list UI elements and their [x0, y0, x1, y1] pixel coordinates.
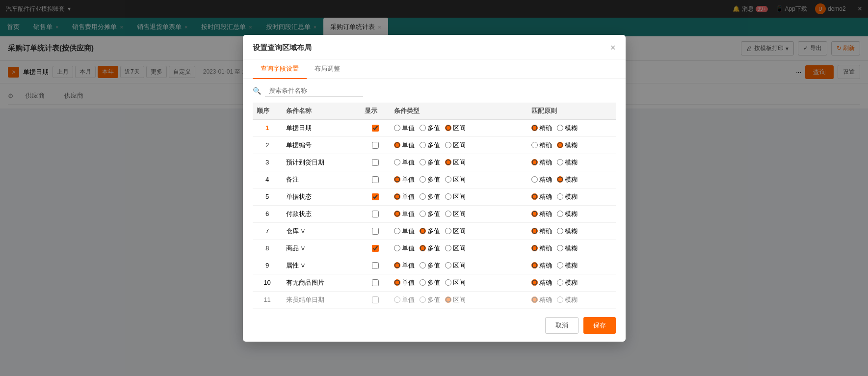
match-radio-exact-4[interactable]: 精确 [531, 175, 552, 184]
type-radio-multi-8[interactable]: 多值 [420, 244, 440, 253]
row-match-7: 精确 模糊 [527, 227, 626, 236]
match-radio-exact-9[interactable]: 精确 [531, 261, 552, 270]
match-radio-fuzzy-4[interactable]: 模糊 [557, 175, 578, 184]
type-radio-single-4[interactable]: 单值 [394, 175, 415, 184]
display-checkbox-11[interactable] [372, 296, 379, 303]
row-match-11: 精确 模糊 [527, 295, 626, 304]
display-checkbox-5[interactable] [372, 193, 379, 200]
match-radio-exact-11[interactable]: 精确 [531, 295, 552, 304]
display-checkbox-4[interactable] [372, 176, 379, 183]
match-radio-exact-2[interactable]: 精确 [531, 141, 552, 150]
type-radio-multi-7[interactable]: 多值 [420, 227, 440, 236]
type-radio-multi-9[interactable]: 多值 [420, 261, 440, 270]
row-type-6: 单值 多值 区间 [390, 210, 527, 218]
row-match-3: 精确 模糊 [527, 158, 626, 167]
type-radio-multi-3[interactable]: 多值 [420, 158, 440, 167]
dialog-close-button[interactable]: × [610, 43, 616, 53]
row-name-7: 仓库 ∨ [282, 227, 361, 236]
type-radio-single-11[interactable]: 单值 [394, 295, 415, 304]
save-button[interactable]: 保存 [583, 317, 616, 334]
row-display-3[interactable] [361, 159, 390, 166]
row-display-6[interactable] [361, 211, 390, 217]
type-radio-multi-2[interactable]: 多值 [420, 141, 440, 150]
type-radio-range-4[interactable]: 区间 [445, 175, 466, 184]
row-display-4[interactable] [361, 176, 390, 183]
match-radio-fuzzy-8[interactable]: 模糊 [557, 244, 578, 253]
display-checkbox-3[interactable] [372, 159, 379, 166]
row-type-4: 单值 多值 区间 [390, 175, 527, 184]
match-radio-exact-8[interactable]: 精确 [531, 244, 552, 253]
type-radio-range-1[interactable]: 区间 [445, 124, 466, 133]
type-radio-single-2[interactable]: 单值 [394, 141, 415, 150]
match-radio-fuzzy-3[interactable]: 模糊 [557, 158, 578, 167]
type-radio-single-1[interactable]: 单值 [394, 124, 415, 133]
type-radio-multi-5[interactable]: 多值 [420, 192, 440, 201]
type-radio-range-5[interactable]: 区间 [445, 192, 466, 201]
row-match-1: 精确 模糊 [527, 124, 626, 133]
row-num-9: 9 [253, 262, 282, 269]
type-radio-range-9[interactable]: 区间 [445, 261, 466, 270]
row-match-4: 精确 模糊 [527, 175, 626, 184]
display-checkbox-2[interactable] [372, 142, 379, 149]
row-type-8: 单值 多值 区间 [390, 244, 527, 253]
type-radio-range-8[interactable]: 区间 [445, 244, 466, 253]
row-display-1[interactable] [361, 125, 390, 132]
type-radio-multi-4[interactable]: 多值 [420, 175, 440, 184]
match-radio-fuzzy-6[interactable]: 模糊 [557, 210, 578, 218]
row-display-10[interactable] [361, 279, 390, 286]
display-checkbox-9[interactable] [372, 262, 379, 269]
type-radio-range-2[interactable]: 区间 [445, 141, 466, 150]
row-display-9[interactable] [361, 262, 390, 269]
type-radio-single-10[interactable]: 单值 [394, 278, 415, 287]
match-radio-exact-1[interactable]: 精确 [531, 124, 552, 133]
type-radio-multi-10[interactable]: 多值 [420, 278, 440, 287]
type-radio-single-7[interactable]: 单值 [394, 227, 415, 236]
dialog: 设置查询区域布局 × 查询字段设置 布局调整 🔍 顺序 条件名称 显示 [243, 35, 626, 342]
row-display-7[interactable] [361, 228, 390, 235]
display-checkbox-8[interactable] [372, 245, 379, 252]
match-radio-fuzzy-10[interactable]: 模糊 [557, 278, 578, 287]
type-radio-single-5[interactable]: 单值 [394, 192, 415, 201]
match-radio-exact-3[interactable]: 精确 [531, 158, 552, 167]
match-radio-fuzzy-2[interactable]: 模糊 [557, 141, 578, 150]
type-radio-range-11[interactable]: 区间 [445, 295, 466, 304]
row-type-2: 单值 多值 区间 [390, 141, 527, 150]
dialog-table-header: 顺序 条件名称 显示 条件类型 匹配原则 [253, 103, 616, 120]
type-radio-single-8[interactable]: 单值 [394, 244, 415, 253]
type-radio-single-3[interactable]: 单值 [394, 158, 415, 167]
cancel-button[interactable]: 取消 [545, 317, 579, 334]
row-display-11[interactable] [361, 296, 390, 303]
match-radio-fuzzy-9[interactable]: 模糊 [557, 261, 578, 270]
type-radio-multi-11[interactable]: 多值 [420, 295, 440, 304]
row-display-2[interactable] [361, 142, 390, 149]
search-input[interactable] [265, 85, 363, 97]
match-radio-exact-10[interactable]: 精确 [531, 278, 552, 287]
row-num-5: 5 [253, 193, 282, 200]
type-radio-multi-1[interactable]: 多值 [420, 124, 440, 133]
dialog-tab-layout[interactable]: 布局调整 [307, 59, 348, 79]
type-radio-range-3[interactable]: 区间 [445, 158, 466, 167]
row-type-5: 单值 多值 区间 [390, 192, 527, 201]
dialog-tab-fields[interactable]: 查询字段设置 [253, 59, 307, 79]
display-checkbox-7[interactable] [372, 228, 379, 235]
match-radio-exact-5[interactable]: 精确 [531, 192, 552, 201]
row-display-5[interactable] [361, 193, 390, 200]
type-radio-range-7[interactable]: 区间 [445, 227, 466, 236]
display-checkbox-6[interactable] [372, 211, 379, 217]
match-radio-fuzzy-7[interactable]: 模糊 [557, 227, 578, 236]
match-radio-exact-6[interactable]: 精确 [531, 210, 552, 218]
dialog-tabs: 查询字段设置 布局调整 [243, 59, 626, 79]
match-radio-fuzzy-5[interactable]: 模糊 [557, 192, 578, 201]
display-checkbox-1[interactable] [372, 125, 379, 132]
type-radio-range-6[interactable]: 区间 [445, 210, 466, 218]
row-num-7: 7 [253, 227, 282, 235]
match-radio-fuzzy-1[interactable]: 模糊 [557, 124, 578, 133]
display-checkbox-10[interactable] [372, 279, 379, 286]
type-radio-multi-6[interactable]: 多值 [420, 210, 440, 218]
match-radio-exact-7[interactable]: 精确 [531, 227, 552, 236]
match-radio-fuzzy-11[interactable]: 模糊 [557, 295, 578, 304]
type-radio-single-6[interactable]: 单值 [394, 210, 415, 218]
type-radio-single-9[interactable]: 单值 [394, 261, 415, 270]
row-display-8[interactable] [361, 245, 390, 252]
type-radio-range-10[interactable]: 区间 [445, 278, 466, 287]
